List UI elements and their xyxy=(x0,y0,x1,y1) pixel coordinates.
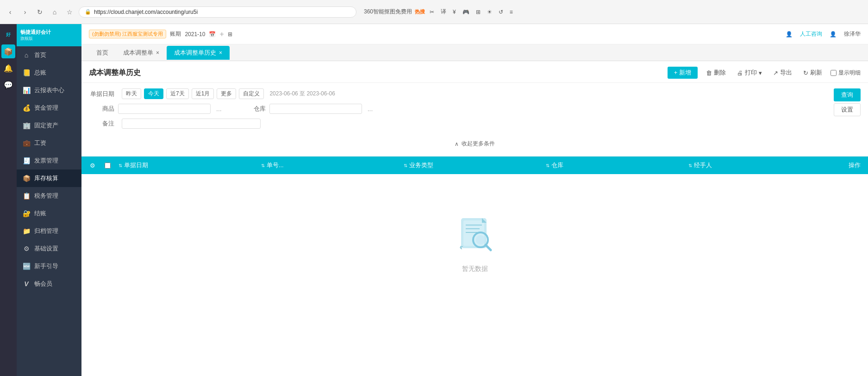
note-input[interactable] xyxy=(122,119,261,129)
sidebar-item-invoice[interactable]: 🧾 发票管理 xyxy=(17,152,81,169)
goods-input[interactable] xyxy=(118,104,211,114)
th-actions-label: 操作 xyxy=(849,161,861,169)
th-biz-type-sort-icon[interactable]: ⇅ xyxy=(404,163,407,168)
query-button[interactable]: 查询 xyxy=(834,88,861,101)
calendar-icon[interactable]: 📅 xyxy=(209,31,216,38)
add-tab-button[interactable]: + xyxy=(219,30,224,38)
sidebar-item-inventory[interactable]: 📦 库存核算 xyxy=(17,169,81,187)
th-biz-type-label: 业务类型 xyxy=(409,161,433,169)
new-button[interactable]: + 新增 xyxy=(668,67,698,79)
warehouse-input[interactable] xyxy=(269,104,362,114)
grid-icon[interactable]: ⊞ xyxy=(474,8,482,16)
forward-button[interactable]: › xyxy=(19,6,31,18)
sidebar-item-home[interactable]: ⌂ 首页 xyxy=(17,46,81,64)
sidebar-item-member[interactable]: V 畅会员 xyxy=(17,275,81,293)
tab-cost-adjust-history-close[interactable]: × xyxy=(219,50,222,56)
scissors-icon[interactable]: ✂ xyxy=(428,8,436,16)
delete-button[interactable]: 🗑 删除 xyxy=(703,67,729,78)
sidebar-item-guide[interactable]: 🆕 新手引导 xyxy=(17,257,81,275)
undo-icon[interactable]: ↺ xyxy=(497,8,505,16)
sidebar-item-reports[interactable]: 📊 云报表中心 xyxy=(17,81,81,99)
game-icon[interactable]: 🎮 xyxy=(461,8,471,16)
tab-home[interactable]: 首页 xyxy=(89,46,116,60)
hot-search-label: 热搜 xyxy=(415,8,425,15)
sidebar-item-ledger[interactable]: 📒 总账 xyxy=(17,64,81,81)
th-date-sort-icon[interactable]: ⇅ xyxy=(119,163,122,168)
sidebar-item-funds[interactable]: 💰 资金管理 xyxy=(17,99,81,117)
th-number-sort-icon[interactable]: ⇅ xyxy=(261,163,265,168)
sidebar-ledger-label: 总账 xyxy=(34,69,46,77)
icon-bar: 好 📦 🔔 💬 xyxy=(0,24,17,376)
export-icon: ↗ xyxy=(773,69,778,76)
sidebar-item-assets[interactable]: 🏢 固定资产 xyxy=(17,117,81,134)
sidebar-inventory-label: 库存核算 xyxy=(34,174,58,182)
home-button[interactable]: ⌂ xyxy=(49,6,60,18)
address-bar[interactable]: 🔒 https://cloud.chanjet.com/accounting/u… xyxy=(79,6,356,18)
url-text: https://cloud.chanjet.com/accounting/uru… xyxy=(94,9,198,15)
select-all-checkbox[interactable] xyxy=(105,163,111,169)
wallet-icon[interactable]: ¥ xyxy=(451,8,458,16)
th-warehouse-sort-icon[interactable]: ⇅ xyxy=(546,163,550,168)
print-button[interactable]: 🖨 打印 ▾ xyxy=(734,67,765,78)
sidebar-item-settings[interactable]: ⚙ 基础设置 xyxy=(17,240,81,257)
refresh-button[interactable]: ↻ xyxy=(34,6,45,18)
top-bar-right: 👤 人工咨询 👤 徐泽华 xyxy=(786,30,861,38)
svg-line-7 xyxy=(486,245,491,250)
show-detail-checkbox[interactable] xyxy=(831,70,837,76)
icon-bar-active[interactable]: 📦 xyxy=(1,44,15,58)
assets-icon: 🏢 xyxy=(22,122,31,129)
back-button[interactable]: ‹ xyxy=(5,6,16,18)
page-header: 成本调整单历史 + 新增 🗑 删除 🖨 打印 ▾ ↗ 导出 xyxy=(81,61,868,83)
star-button[interactable]: ☆ xyxy=(64,6,75,18)
translate-icon[interactable]: 译 xyxy=(439,7,448,17)
th-number-label: 单号... xyxy=(267,161,284,169)
filter-yesterday[interactable]: 昨天 xyxy=(122,88,141,99)
export-button[interactable]: ↗ 导出 xyxy=(770,67,795,78)
period-value: 2021-10 xyxy=(185,31,205,38)
browser-tools: 360智能抠图免费用 热搜 ✂ 译 ¥ 🎮 ⊞ ☀ ↺ ≡ xyxy=(364,7,515,17)
sidebar-assets-label: 固定资产 xyxy=(34,121,58,130)
apps-icon[interactable]: ⊞ xyxy=(228,31,232,38)
user-service-label[interactable]: 人工咨询 xyxy=(800,30,822,38)
invoice-icon: 🧾 xyxy=(22,157,31,164)
filter-custom[interactable]: 自定义 xyxy=(239,88,264,99)
action-buttons: 查询 设置 xyxy=(834,88,861,116)
icon-bar-item-2[interactable]: 💬 xyxy=(1,78,15,92)
tab-cost-adjust-history[interactable]: 成本调整单历史 × xyxy=(167,46,230,60)
sidebar-item-archive[interactable]: 📁 归档管理 xyxy=(17,222,81,240)
sidebar-item-tax[interactable]: 📋 税务管理 xyxy=(17,187,81,205)
browser-chrome: ‹ › ↻ ⌂ ☆ 🔒 https://cloud.chanjet.com/ac… xyxy=(0,0,868,24)
th-settings[interactable]: ⚙ xyxy=(85,162,100,169)
refresh-button-page[interactable]: ↻ 刷新 xyxy=(800,67,825,78)
warehouse-dots-button[interactable]: ... xyxy=(368,105,373,113)
sidebar-settings-label: 基础设置 xyxy=(34,244,58,253)
goods-filter-field: 商品 ... xyxy=(89,104,222,114)
collapse-button[interactable]: ∧ 收起更多条件 xyxy=(89,137,861,150)
sidebar-item-close[interactable]: 🔐 结账 xyxy=(17,205,81,222)
goods-dots-button[interactable]: ... xyxy=(216,105,222,113)
column-settings-icon[interactable]: ⚙ xyxy=(90,162,95,169)
show-detail-toggle[interactable]: 显示明细 xyxy=(831,69,861,77)
filter-settings-button[interactable]: 设置 xyxy=(834,103,861,116)
user-avatar: 👤 xyxy=(830,31,837,38)
tab-cost-adjust[interactable]: 成本调整单 × xyxy=(116,46,167,60)
filter-7days[interactable]: 近7天 xyxy=(166,88,189,99)
menu-icon[interactable]: ≡ xyxy=(508,8,515,16)
filter-1month[interactable]: 近1月 xyxy=(192,88,214,99)
warehouse-filter-field: 仓库 ... xyxy=(240,104,373,114)
ssl-lock-icon: 🔒 xyxy=(85,9,91,15)
top-bar: (勿删勿禁用) 江西服宝测试专用 账期 2021-10 📅 + ⊞ 👤 人工咨询… xyxy=(81,24,868,44)
filter-more[interactable]: 更多 xyxy=(217,88,236,99)
app-logo-text: 畅捷通好会计 xyxy=(20,29,51,36)
sidebar-item-salary[interactable]: 💼 工资 xyxy=(17,134,81,152)
home-icon: ⌂ xyxy=(22,51,31,59)
tab-cost-adjust-close[interactable]: × xyxy=(156,50,159,56)
filter-today[interactable]: 今天 xyxy=(144,88,163,99)
th-actions: 操作 xyxy=(827,161,864,169)
goods-label: 商品 xyxy=(89,105,114,113)
icon-bar-item-1[interactable]: 🔔 xyxy=(1,61,15,75)
collapse-label: 收起更多条件 xyxy=(462,140,495,148)
th-operator-sort-icon[interactable]: ⇅ xyxy=(688,163,692,168)
brightness-icon[interactable]: ☀ xyxy=(485,8,494,16)
th-checkbox[interactable] xyxy=(100,163,115,169)
